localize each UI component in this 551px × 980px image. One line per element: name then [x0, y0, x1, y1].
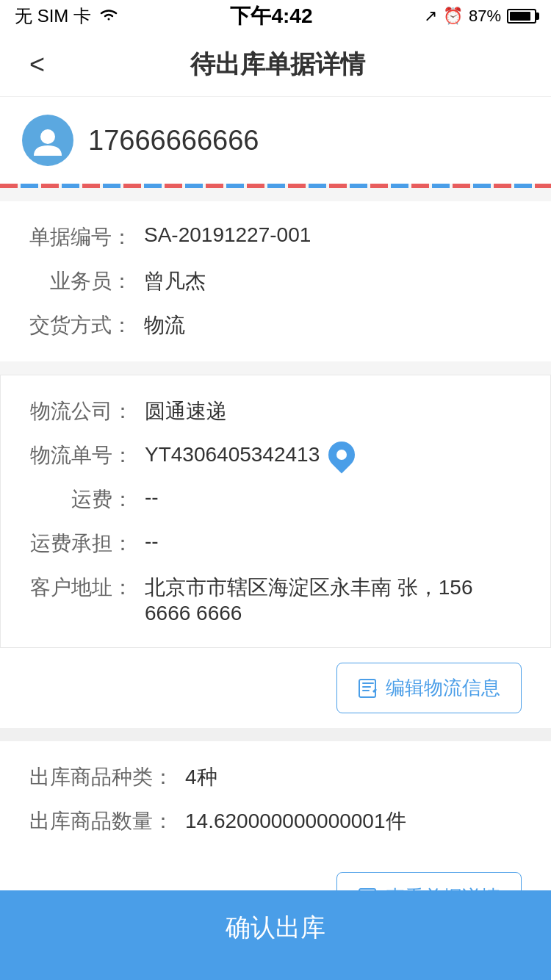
- tracking-row: 物流单号： YT43064053424​13: [30, 442, 521, 469]
- logistics-card: 物流公司： 圆通速递 物流单号： YT43064053424​13 运费： --…: [0, 375, 551, 648]
- tracking-label: 物流单号：: [30, 442, 133, 469]
- location-icon: ↗: [424, 7, 437, 26]
- delivery-label: 交货方式：: [29, 311, 132, 339]
- order-value: SA-20191227-001: [144, 223, 522, 247]
- freight-bearer-label: 运费承担：: [30, 530, 133, 558]
- svg-point-0: [40, 129, 55, 144]
- status-bar: 无 SIM 卡 下午4:42 ↗ ⏰ 87%: [0, 0, 551, 32]
- address-row: 客户地址： 北京市市辖区海淀区永丰南 张，156 6666 6666: [30, 574, 521, 625]
- avatar-icon: [31, 123, 65, 157]
- alarm-icon: ⏰: [443, 7, 463, 26]
- avatar: [22, 115, 73, 166]
- confirm-button-container: 确认出库: [0, 890, 551, 980]
- wifi-icon: [98, 6, 119, 26]
- address-value: 北京市市辖区海淀区永丰南 张，156 6666 6666: [145, 574, 521, 625]
- status-left: 无 SIM 卡: [15, 4, 119, 28]
- staff-row: 业务员： 曾凡杰: [29, 267, 522, 295]
- back-button[interactable]: <: [22, 42, 52, 87]
- user-section: 17666666666: [0, 97, 551, 184]
- nav-bar: < 待出库单据详情: [0, 32, 551, 97]
- edit-logistics-label: 编辑物流信息: [386, 675, 500, 701]
- goods-types-label: 出库商品种类：: [29, 763, 173, 791]
- tracking-value: YT43064053424​13: [145, 442, 521, 468]
- company-label: 物流公司：: [30, 397, 133, 425]
- goods-quantity-row: 出库商品数量： 14.620000000000001件: [29, 807, 522, 835]
- user-phone: 17666666666: [88, 125, 259, 156]
- goods-types-row: 出库商品种类： 4种: [29, 763, 522, 791]
- freight-bearer-row: 运费承担： --: [30, 530, 521, 558]
- freight-label: 运费：: [30, 486, 133, 514]
- company-row: 物流公司： 圆通速递: [30, 397, 521, 425]
- svg-rect-1: [359, 680, 375, 697]
- company-value: 圆通速递: [145, 397, 521, 425]
- staff-label: 业务员：: [29, 267, 132, 295]
- location-pin-icon: [323, 436, 361, 474]
- delivery-value: 物流: [144, 311, 522, 339]
- delivery-row: 交货方式： 物流: [29, 311, 522, 339]
- goods-types-value: 4种: [185, 763, 522, 791]
- tracking-number: YT43064053424​13: [145, 443, 320, 466]
- edit-logistics-button[interactable]: 编辑物流信息: [336, 663, 522, 713]
- goods-quantity-label: 出库商品数量：: [29, 807, 173, 835]
- time-label: 下午4:42: [230, 2, 312, 30]
- carrier-label: 无 SIM 卡: [15, 4, 91, 28]
- status-right: ↗ ⏰ 87%: [424, 7, 536, 26]
- order-row: 单据编号： SA-20191227-001: [29, 223, 522, 251]
- freight-value: --: [145, 486, 521, 509]
- staff-value: 曾凡杰: [144, 267, 522, 295]
- edit-logistics-area: 编辑物流信息: [0, 648, 551, 728]
- address-label: 客户地址：: [30, 574, 133, 602]
- edit-icon: [358, 678, 378, 699]
- goods-section: 出库商品种类： 4种 出库商品数量： 14.620000000000001件: [0, 741, 551, 857]
- page-title: 待出库单据详情: [67, 48, 488, 82]
- dashed-separator: [0, 184, 551, 188]
- battery-icon: [507, 9, 536, 24]
- order-label: 单据编号：: [29, 223, 132, 251]
- section-divider: [0, 728, 551, 741]
- confirm-button[interactable]: 确认出库: [29, 911, 522, 945]
- freight-bearer-value: --: [145, 530, 521, 553]
- freight-row: 运费： --: [30, 486, 521, 514]
- battery-percent: 87%: [469, 7, 501, 26]
- basic-info-section: 单据编号： SA-20191227-001 业务员： 曾凡杰 交货方式： 物流: [0, 201, 551, 361]
- goods-quantity-value: 14.620000000000001件: [185, 807, 522, 835]
